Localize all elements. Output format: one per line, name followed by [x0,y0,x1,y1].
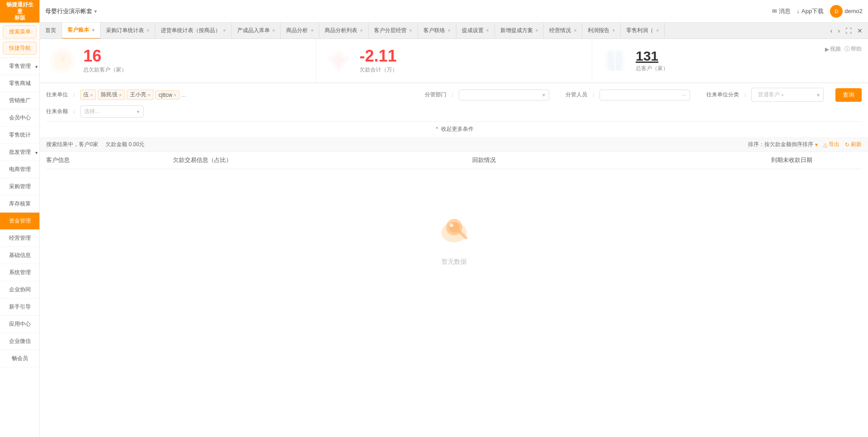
search-menu-button[interactable]: 搜索菜单 [3,25,37,38]
unit-label: 往来单位 [46,91,68,99]
collapse-button[interactable]: ⌃ 收起更多条件 [46,125,862,133]
tab-close-purchase-order[interactable]: × [147,28,149,33]
tab-next-button[interactable]: › [836,26,842,35]
remove-tag-tag2[interactable]: × [119,92,121,98]
sidebar-item-enterprise-wx[interactable]: 企业微信 [0,333,39,350]
main-area: 母婴行业演示帐套 ▾ ✉ 消息 ↓ App下载 D demo2 [40,0,868,437]
tab-profit-report[interactable]: 利润报告× [582,23,621,39]
topbar: 母婴行业演示帐套 ▾ ✉ 消息 ↓ App下载 D demo2 [40,0,868,23]
tab-purchase-order[interactable]: 采购订单统计表× [101,23,155,39]
sidebar-item-new-guide[interactable]: 新手引导 [0,299,39,316]
filter-row-1: 往来单位 ： 伍×陈民强×王小亮×cjttcw×... 分管部门 ： ▾ 分管人… [46,88,862,102]
tab-label-purchase-order: 采购订单统计表 [106,27,144,34]
tab-operations-status[interactable]: 经营情况× [544,23,582,39]
app-download-label: App下载 [801,7,824,15]
messages-button[interactable]: ✉ 消息 [772,7,791,15]
tab-prev-button[interactable]: ‹ [829,26,834,35]
sidebar-item-retail-mgmt[interactable]: 零售管理 [0,58,39,75]
tab-close-profit-report[interactable]: × [612,28,615,33]
tab-close-customer-tier[interactable]: × [409,28,412,33]
sidebar-item-ecommerce[interactable]: 电商管理 [0,161,39,178]
account-selector[interactable]: 母婴行业演示帐套 ▾ [45,7,97,15]
stat-total-debt: -2.11 欠款合计（万） [316,39,592,82]
tab-close-boost-settings[interactable]: × [486,28,489,33]
stat-help-area: ▶ 视频 ⓘ 帮助 [825,45,862,53]
sidebar-item-purchase[interactable]: 采购管理 [0,178,39,195]
video-help-button[interactable]: ▶ 视频 [825,45,841,53]
filter-tags-more[interactable]: ... [182,92,186,98]
remove-tag-tag4[interactable]: × [173,92,176,98]
tab-customer-tier[interactable]: 客户分层经营× [369,23,418,39]
tab-product-in[interactable]: 产成品入库单× [232,23,281,39]
remove-tag-tag1[interactable]: × [90,92,93,98]
sidebar-item-member[interactable]: 会员中心 [0,109,39,127]
download-icon: ↓ [797,8,800,14]
sidebar-item-app-center[interactable]: 应用中心 [0,316,39,333]
sidebar-item-basic-info[interactable]: 基础信息 [0,247,39,264]
sidebar-item-system[interactable]: 系统管理 [0,264,39,281]
sidebar-item-wholesale[interactable]: 批发管理 [0,144,39,161]
sidebar-item-retail-stats[interactable]: 零售统计 [0,127,39,144]
tab-label-stock-stats: 进货单统计表（按商品） [161,27,221,34]
balance-selector[interactable]: 选择... ▾ [80,105,144,118]
tab-label-customer-tier: 客户分层经营 [374,27,407,34]
classify-tag-classify1: 普通客户× [755,90,786,100]
tab-close-product-analysis[interactable]: × [311,28,313,33]
app-download-button[interactable]: ↓ App下载 [797,7,824,15]
sidebar-item-retail-mall[interactable]: 零售商城 [0,75,39,92]
filter-area: 往来单位 ： 伍×陈民强×王小亮×cjttcw×... 分管部门 ： ▾ 分管人… [40,83,868,138]
coin-icon: ¥ [49,47,76,74]
sidebar-item-vip[interactable]: 畅会员 [0,350,39,367]
sidebar-item-corp-coop[interactable]: 企业协同 [0,281,39,299]
page-content: ¥ 16 总欠款客户（家） [40,39,868,437]
remove-tag-tag3[interactable]: × [148,92,150,98]
tab-label-retail-profit: 零售利润（ [626,27,653,34]
result-bar: 搜索结果中，客户0家 欠款金额 0.00元 排序：按欠款金额倒序排序 ▾ △ 导… [40,138,868,152]
data-table: 客户信息 欠款交易信息（占比） 回款情况 到期未收款日期 [40,152,868,302]
tab-label-boost-settings: 提成设置 [462,27,484,34]
tab-close-stock-stats[interactable]: × [223,28,226,33]
tab-retail-profit[interactable]: 零售利润（× [621,23,665,39]
tab-customer-contact[interactable]: 客户联络× [418,23,456,39]
tab-close-product-in[interactable]: × [273,28,275,33]
sort-button[interactable]: 排序：按欠款金额倒序排序 ▾ [748,141,818,148]
tab-boost-settings[interactable]: 提成设置× [456,23,495,39]
help-button[interactable]: ⓘ 帮助 [844,45,862,53]
tab-close-customer-contact[interactable]: × [448,28,451,33]
export-button[interactable]: △ 导出 [823,141,839,148]
sidebar-item-finance[interactable]: 资金管理 [0,213,39,230]
tab-home[interactable]: 首页 [40,23,62,39]
classify-selector[interactable]: 普通客户×▾ [751,88,824,102]
person-selector[interactable]: ··· [599,90,690,100]
tab-controls: ‹ › ⛶ ✕ [825,26,868,35]
tab-new-boost[interactable]: 新增提成方案× [495,23,544,39]
sidebar-item-operations[interactable]: 经营管理 [0,230,39,247]
debt-amount-info: 欠款金额 0.00元 [106,141,145,148]
sidebar-item-inventory[interactable]: 库存核算 [0,195,39,213]
refresh-button[interactable]: ↻ 刷新 [845,141,862,148]
tab-customer-cost[interactable]: 客户账本× [62,23,101,39]
tab-product-analysis[interactable]: 商品分析× [281,23,319,39]
chevron-down-icon[interactable]: ▾ [94,8,97,14]
tab-close-product-analysis-list[interactable]: × [360,28,363,33]
tab-close-operations-status[interactable]: × [574,28,576,33]
quick-nav-button[interactable]: 快捷导航 [3,42,37,55]
tab-close-retail-profit[interactable]: × [656,28,659,33]
tab-label-customer-cost: 客户账本 [67,26,89,34]
total-customers-label: 总欠款客户（家） [83,66,127,74]
tab-maximize-button[interactable]: ⛶ [844,26,854,35]
user-menu[interactable]: D demo2 [830,5,863,18]
remove-classify-classify1[interactable]: × [781,92,784,98]
balance-placeholder: 选择... [84,108,100,115]
tab-bar: 首页客户账本×采购订单统计表×进货单统计表（按商品）×产成品入库单×商品分析×商… [40,23,868,39]
query-button[interactable]: 查询 [835,88,862,102]
tab-close-all-button[interactable]: ✕ [855,26,864,35]
tab-stock-stats[interactable]: 进货单统计表（按商品）× [155,23,232,39]
dept-selector[interactable]: ▾ [459,90,549,100]
tab-close-customer-cost[interactable]: × [92,28,95,33]
tab-product-analysis-list[interactable]: 商品分析列表× [319,23,369,39]
column-repayment: 回款情况 [472,156,772,164]
sidebar-item-marketing[interactable]: 营销推广 [0,92,39,109]
total-debt-number: -2.11 [360,48,398,64]
tab-close-new-boost[interactable]: × [536,28,538,33]
